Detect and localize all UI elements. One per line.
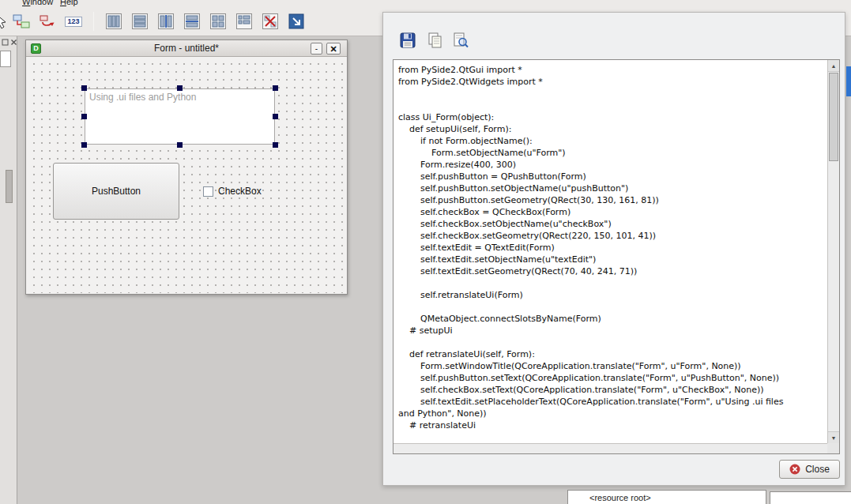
find-button[interactable] [451, 31, 470, 50]
code-line: self.pushButton = QPushButton(Form) [398, 171, 824, 182]
code-line: Form.resize(400, 300) [398, 159, 824, 171]
layout-vertical-splitter-icon [183, 13, 201, 30]
code-line [398, 88, 824, 100]
break-layout-button[interactable] [260, 11, 281, 32]
form-window-titlebar[interactable]: D Form - untitled* - ✕ [26, 40, 347, 57]
break-layout-icon [262, 13, 279, 30]
code-horizontal-scrollbar[interactable] [393, 443, 827, 453]
resize-handle-top-middle[interactable] [177, 85, 183, 91]
resize-handle-bottom-left[interactable] [81, 142, 87, 148]
code-line: from PySide2.QtWidgets import * [398, 76, 824, 88]
edit-widgets-button[interactable] [0, 11, 9, 32]
toolbar-separator [93, 12, 94, 31]
save-icon [399, 32, 416, 49]
code-scrollbar-thumb[interactable] [829, 73, 838, 161]
checkbox-box-icon [203, 186, 213, 197]
textedit-widget[interactable]: Using .ui files and Python [85, 88, 275, 145]
code-line [398, 337, 824, 348]
scroll-down-icon[interactable]: ▼ [828, 431, 839, 443]
dock-close-button[interactable] [9, 38, 17, 46]
code-line: self.textEdit.setObjectName(u"textEdit") [398, 254, 824, 265]
resize-handle-bottom-middle[interactable] [177, 142, 183, 148]
adjust-size-icon [288, 13, 305, 30]
copy-button[interactable] [426, 31, 445, 50]
save-button[interactable] [398, 31, 417, 50]
pushbutton-widget[interactable]: PushButton [53, 163, 179, 220]
code-line: QMetaObject.connectSlotsByName(Form) [398, 313, 824, 325]
resize-handle-top-left[interactable] [81, 85, 87, 91]
edit-signals-slots-icon [13, 13, 30, 30]
resource-browser[interactable]: <resource root> [567, 490, 766, 504]
form-close-button[interactable]: ✕ [326, 43, 341, 55]
form-window-title: Form - untitled* [26, 43, 347, 54]
window-edge-highlight [846, 66, 851, 96]
edit-tab-order-icon: 123 [65, 17, 81, 27]
code-vertical-scrollbar[interactable]: ▲ ▼ [827, 60, 839, 443]
edit-signals-slots-button[interactable] [11, 11, 32, 32]
code-line: self.checkBox.setText(QCoreApplication.t… [398, 384, 824, 396]
code-line: self.pushButton.setGeometry(QRect(30, 13… [398, 194, 824, 206]
code-line: def retranslateUi(self, Form): [398, 348, 824, 360]
edit-buddies-button[interactable] [38, 11, 58, 32]
resize-handle-middle-right[interactable] [273, 114, 278, 119]
qt-designer-screen: Window Help [0, 0, 851, 504]
widget-filter-input[interactable] [0, 51, 11, 67]
menu-window[interactable]: Window [22, 0, 53, 6]
close-button[interactable]: Close [779, 460, 840, 479]
layout-horizontal-icon [105, 13, 122, 30]
resize-handle-bottom-right[interactable] [273, 142, 278, 148]
dock-float-button[interactable] [1, 38, 9, 46]
layout-form-icon [235, 13, 253, 30]
close-button-label: Close [805, 464, 830, 475]
code-line: self.textEdit = QTextEdit(Form) [398, 242, 824, 254]
checkbox-label: CheckBox [218, 186, 262, 197]
code-line: self.checkBox = QCheckBox(Form) [398, 206, 824, 218]
edit-tab-order-button[interactable]: 123 [63, 11, 84, 32]
scroll-up-icon[interactable]: ▲ [828, 60, 839, 72]
code-line: from PySide2.QtGui import * [398, 64, 824, 76]
layout-vertical-icon [131, 13, 149, 30]
form-designer-window: D Form - untitled* - ✕ Using .ui files a… [25, 39, 348, 295]
layout-vertical-button[interactable] [130, 11, 150, 32]
find-icon [452, 32, 469, 49]
code-line: self.pushButton.setText(QCoreApplication… [398, 372, 824, 384]
layout-form-button[interactable] [234, 11, 254, 32]
form-canvas[interactable]: Using .ui files and Python PushButton Ch… [27, 57, 346, 293]
resource-preview-pane[interactable] [770, 491, 851, 504]
code-line: Form.setObjectName(u"Form") [398, 147, 824, 159]
resize-handle-middle-left[interactable] [81, 114, 87, 119]
code-line: def setupUi(self, Form): [398, 123, 824, 135]
float-dock-icon [2, 39, 9, 46]
form-minimize-button[interactable]: - [311, 43, 322, 55]
code-viewer[interactable]: from PySide2.QtGui import *from PySide2.… [393, 59, 840, 454]
code-line: self.checkBox.setObjectName(u"checkBox") [398, 218, 824, 230]
layout-horizontal-splitter-button[interactable] [156, 11, 176, 32]
code-line: Form.setWindowTitle(QCoreApplication.tra… [398, 360, 824, 372]
resize-handle-top-right[interactable] [273, 85, 278, 91]
code-line: class Ui_Form(object): [398, 111, 824, 123]
adjust-size-button[interactable] [286, 11, 307, 32]
code-line: self.textEdit.setGeometry(QRect(70, 40, … [398, 265, 824, 277]
resource-root-item[interactable]: <resource root> [589, 493, 651, 502]
close-dock-icon [10, 39, 17, 46]
layout-horizontal-splitter-icon [157, 13, 175, 30]
scrollbar-corner [827, 443, 839, 453]
layout-horizontal-button[interactable] [104, 11, 124, 32]
code-text: from PySide2.QtGui import *from PySide2.… [393, 60, 827, 443]
checkbox-widget[interactable]: CheckBox [203, 185, 262, 197]
left-panel-scrollbar-thumb[interactable] [6, 170, 13, 203]
layout-grid-icon [209, 13, 227, 30]
widget-box-panel [0, 36, 17, 504]
edit-widgets-icon [0, 13, 8, 30]
layout-grid-button[interactable] [208, 11, 228, 32]
code-line: # retranslateUi [398, 419, 824, 431]
code-line: self.pushButton.setObjectName(u"pushButt… [398, 182, 824, 194]
menu-bar: Window Help [0, 0, 851, 7]
code-line: self.checkBox.setGeometry(QRect(220, 150… [398, 230, 824, 242]
code-line [398, 100, 824, 111]
layout-vertical-splitter-button[interactable] [182, 11, 202, 32]
edit-buddies-icon [40, 13, 57, 30]
code-line [398, 301, 824, 313]
code-line: self.retranslateUi(Form) [398, 289, 824, 301]
menu-help[interactable]: Help [60, 0, 78, 6]
